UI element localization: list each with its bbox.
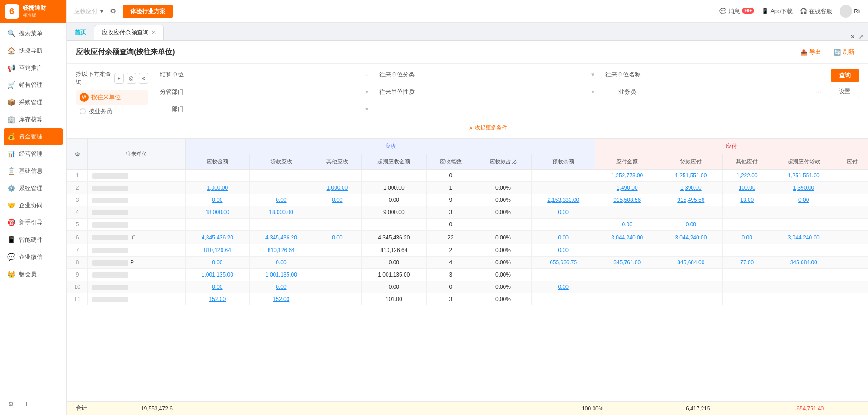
sidebar-item-system[interactable]: ⚙️ 系统管理	[0, 180, 66, 197]
table-cell[interactable]: 0.00	[249, 194, 313, 206]
table-cell[interactable]: 1,222.00	[723, 170, 771, 182]
sidebar-item-member[interactable]: 👑 畅会员	[0, 266, 66, 283]
table-cell[interactable]: 1,001,135.00	[249, 269, 313, 281]
table-cell[interactable]: 810,126.64	[185, 244, 249, 257]
table-cell[interactable]: 1,000.00	[185, 182, 249, 194]
table-cell[interactable]: 1,000.00	[313, 182, 361, 194]
table-cell[interactable]: 0.00	[771, 194, 836, 206]
table-cell[interactable]: 3,044,240.00	[771, 231, 836, 244]
table-cell[interactable]: 152.00	[185, 293, 249, 305]
tab-controls: ✕ ⤢	[845, 33, 868, 40]
table-cell[interactable]: 1,251,551.00	[771, 170, 836, 182]
table-cell[interactable]: 0.00	[185, 194, 249, 206]
filter-add-btn[interactable]: ＋	[114, 73, 124, 84]
table-cell[interactable]: 0.00	[723, 231, 771, 244]
table-cell[interactable]: 655,636.75	[532, 257, 595, 269]
export-button[interactable]: 📤 导出	[796, 46, 826, 58]
tab-home[interactable]: 首页	[67, 25, 94, 40]
field-yewuyuan-input[interactable]: ···	[639, 86, 823, 98]
table-cell[interactable]: 345,684.00	[659, 257, 723, 269]
sidebar-item-inventory[interactable]: 🏢 库存核算	[0, 111, 66, 128]
header-online-service[interactable]: 🎧 在线客服	[800, 7, 832, 15]
table-config-btn[interactable]: ⚙	[72, 149, 83, 160]
tab-close-window[interactable]: ✕	[850, 33, 855, 40]
table-cell[interactable]: 18,000.00	[249, 206, 313, 219]
table-cell[interactable]: 810,126.64	[249, 244, 313, 257]
table-cell[interactable]: 1,252,773.00	[595, 170, 659, 182]
promo-button[interactable]: 体验行业方案	[123, 5, 173, 18]
refresh-button[interactable]: 🔄 刷新	[829, 46, 859, 58]
table-cell[interactable]: 0.00	[532, 206, 595, 219]
table-cell[interactable]: 100.00	[723, 182, 771, 194]
footer-collapse-btn[interactable]: ⏸	[21, 398, 33, 410]
table-cell[interactable]: 18,000.00	[185, 206, 249, 219]
table-cell[interactable]: 0.00	[185, 257, 249, 269]
settings-button[interactable]: 设置	[830, 85, 859, 98]
sidebar-item-operations[interactable]: 📊 经营管理	[0, 145, 66, 162]
sidebar-item-basic[interactable]: 📋 基础信息	[0, 162, 66, 180]
table-cell[interactable]: 1,490.00	[595, 182, 659, 194]
table-cell[interactable]: 4,345,436.20	[249, 231, 313, 244]
field-yewuyuan: 业务员 ···	[605, 86, 823, 98]
sidebar-item-quicknav[interactable]: 🏠 快捷导航	[0, 42, 66, 59]
query-option-by-staff[interactable]: 按业务员	[76, 105, 148, 118]
field-bumen-select[interactable]: ▾	[186, 103, 370, 115]
table-cell[interactable]: 0.00	[659, 219, 723, 231]
table-cell[interactable]: 0.00	[249, 281, 313, 293]
table-cell[interactable]: 77.00	[723, 257, 771, 269]
table-cell[interactable]: 0.00	[313, 231, 361, 244]
table-cell[interactable]: 1,390.00	[771, 182, 836, 194]
table-cell: 1	[426, 182, 475, 194]
tab-receivables[interactable]: 应收应付余额查询 ✕	[94, 25, 164, 40]
footer-settings-btn[interactable]: ⚙	[5, 398, 17, 410]
table-cell[interactable]: 4,345,436.20	[185, 231, 249, 244]
table-cell[interactable]: 915,508.56	[595, 194, 659, 206]
field-fenguan-select[interactable]: ▾	[186, 86, 370, 98]
tab-maximize[interactable]: ⤢	[858, 33, 863, 40]
sidebar-item-hardware[interactable]: 📱 智能硬件	[0, 231, 66, 248]
filter-target-btn[interactable]: ◎	[127, 73, 136, 84]
table-cell[interactable]: 152.00	[249, 293, 313, 305]
field-wanglai-cat-select[interactable]: ▾	[417, 68, 597, 81]
user-info[interactable]: Rit	[840, 5, 861, 18]
table-cell[interactable]: 2,153,333.00	[532, 194, 595, 206]
table-cell[interactable]: 0.00	[313, 194, 361, 206]
sidebar-item-sales[interactable]: 🛒 销售管理	[0, 76, 66, 94]
field-jiesuan-input[interactable]: ···	[186, 68, 370, 81]
table-cell[interactable]: 1,251,551.00	[659, 170, 723, 182]
collapse-button[interactable]: ∧ 收起更多条件	[463, 122, 513, 134]
table-cell[interactable]: 345,684.00	[771, 257, 836, 269]
table-cell[interactable]: 0.00	[532, 244, 595, 257]
header-settings-btn[interactable]: ⚙	[106, 4, 120, 19]
tab-close-icon[interactable]: ✕	[151, 29, 156, 36]
table-cell[interactable]: 0.00	[249, 257, 313, 269]
table-cell[interactable]: 915,495.56	[659, 194, 723, 206]
sidebar-item-purchase[interactable]: 📦 采购管理	[0, 94, 66, 111]
table-cell[interactable]: 1,390.00	[659, 182, 723, 194]
sidebar-item-search[interactable]: 🔍 搜索菜单	[0, 25, 66, 42]
table-cell[interactable]: 0.00	[532, 231, 595, 244]
sidebar-item-marketing[interactable]: 📢 营销推广	[0, 59, 66, 76]
filter-back-btn[interactable]: «	[139, 73, 148, 84]
table-cell[interactable]: 0.00	[185, 281, 249, 293]
header-dropdown[interactable]: ▾	[100, 8, 103, 14]
table-cell[interactable]: 345,761.00	[595, 257, 659, 269]
sidebar-item-enterprise[interactable]: 🤝 企业协同	[0, 197, 66, 214]
table-cell[interactable]: 13.00	[723, 194, 771, 206]
field-wanglai-name-input[interactable]	[643, 68, 823, 81]
table-cell[interactable]: 0.00	[532, 281, 595, 293]
query-button[interactable]: 查询	[831, 69, 859, 82]
header-app-download[interactable]: 📱 App下载	[761, 7, 793, 15]
table-cell[interactable]: 3,044,240.00	[659, 231, 723, 244]
query-option-by-unit[interactable]: W 按往来单位	[76, 90, 148, 105]
header-message[interactable]: 💬 消息 99+	[719, 7, 754, 15]
table-cell[interactable]: 3,044,240.00	[595, 231, 659, 244]
table-cell[interactable]: 1,001,135.00	[185, 269, 249, 281]
table-cell[interactable]: 0.00	[595, 219, 659, 231]
field-wanglai-nature-select[interactable]: ▾	[417, 86, 597, 98]
breadcrumb-text: 应收应付	[74, 7, 98, 15]
table-wrapper[interactable]: ⚙ 往来单位 应收 应付 应收金额 贷款应收 其他应收 超期应收金额 应收笔数 …	[67, 138, 868, 401]
sidebar-item-finance[interactable]: 💰 资金管理	[4, 128, 63, 145]
sidebar-item-guide[interactable]: 🎯 新手引导	[0, 214, 66, 231]
sidebar-item-wechat[interactable]: 💬 企业微信	[0, 248, 66, 266]
